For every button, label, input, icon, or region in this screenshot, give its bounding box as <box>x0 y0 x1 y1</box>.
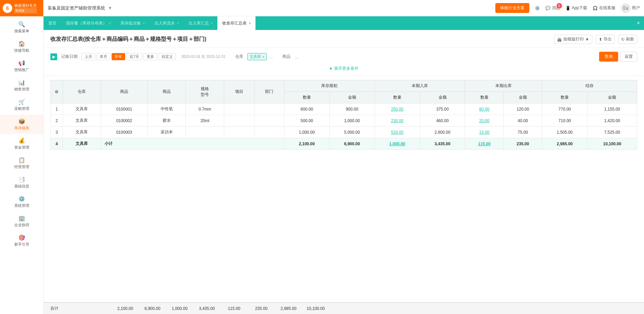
row-open-amt: 900.00 <box>329 103 375 115</box>
warehouse-tag: 文具库 × <box>247 53 267 60</box>
row-project <box>224 127 254 138</box>
table-container: ⚙ 仓库 商品 商品 规格型号 项目 部门 库存期初 本期入库 本期出库 结存 <box>44 76 644 302</box>
warehouse-more[interactable]: ... <box>269 54 273 59</box>
tab-label-inout_flow: 出入库流水 <box>154 20 175 26</box>
row-in-qty[interactable]: 230.00 <box>375 115 420 127</box>
col-project-header: 项目 <box>224 80 254 103</box>
col-in-qty-header: 数量 <box>375 92 420 103</box>
tab-label-recv_send: 收发存汇总表 <box>222 20 247 26</box>
total-label: 合计 <box>50 305 112 311</box>
col-out-qty-header: 数量 <box>465 92 503 103</box>
system-title-text: 装备及固定资产辅助管理系统 <box>48 5 105 11</box>
sub-out-qty: 115.00 <box>465 138 503 150</box>
sidebar-item-basic[interactable]: 📑基础信息 <box>0 173 43 192</box>
sidebar-label-enterprise: 企业协同 <box>14 222 29 228</box>
sidebar-item-inventory[interactable]: 📦库存核算 <box>0 115 43 134</box>
row-out-qty[interactable]: 20.00 <box>465 115 503 127</box>
tab-inventory_dist[interactable]: 现存量（库存分布表）× <box>61 16 116 30</box>
row-close-amt: 1,420.00 <box>587 115 637 127</box>
enterprise-icon: 🏢 <box>18 215 25 221</box>
date-btn-近7天[interactable]: 近7天 <box>127 53 142 60</box>
sidebar-label-marketing: 营销推广 <box>14 67 29 72</box>
date-btn-本年[interactable]: 本年 <box>112 53 125 60</box>
date-btn-自定义[interactable]: 自定义 <box>159 53 176 60</box>
user-item[interactable]: Ea 用户 <box>621 3 640 13</box>
tab-inout_summary[interactable]: 出入库汇总× <box>184 16 218 30</box>
col-settings-header[interactable]: ⚙ <box>51 80 63 103</box>
date-btn-更多[interactable]: 更多 <box>144 53 157 60</box>
print-icon: 🖨️ <box>557 37 562 42</box>
purchase-icon: 🛒 <box>18 99 25 105</box>
date-btn-本月[interactable]: 本月 <box>97 53 110 60</box>
query-button[interactable]: 查询 <box>599 52 618 62</box>
col-goodsspec-header: 规格型号 <box>186 80 224 103</box>
logo-text: 畅捷通好生意 标准版 <box>14 3 37 13</box>
app-download-item[interactable]: 📱 App下载 <box>565 5 587 11</box>
col-open-qty-header: 数量 <box>284 92 329 103</box>
sidebar-item-search[interactable]: 🔍搜索菜单 <box>0 18 43 37</box>
tab-close-inout_flow[interactable]: × <box>177 21 179 25</box>
row-in-amt: 2,600.00 <box>420 127 465 138</box>
sidebar-item-sales[interactable]: 📊销售管理 <box>0 76 43 95</box>
page-content: 收发存汇总表(按仓库＋商品编码＋商品＋规格型号＋项目＋部门) 🖨️ 按模版打印 … <box>44 30 644 302</box>
row-in-amt: 460.00 <box>420 115 465 127</box>
message-icon-item[interactable]: 💬 消息 6 <box>545 5 560 11</box>
sidebar-item-marketing[interactable]: 📢营销推广 <box>0 56 43 76</box>
export-button[interactable]: ⬆ 导出 <box>596 35 615 44</box>
goods-more[interactable]: ... <box>295 54 298 59</box>
date-range-text: 2023-01-01 至 2023-12-31 <box>181 54 226 59</box>
row-open-qty: 1,000.00 <box>284 127 329 138</box>
row-in-qty[interactable]: 250.00 <box>375 103 420 115</box>
sidebar-label-search: 搜索菜单 <box>14 29 29 34</box>
col-warehouse-header: 仓库 <box>63 80 101 103</box>
expand-more-btn[interactable]: ▼ 展开更多条件 <box>329 66 359 71</box>
online-service-item[interactable]: 🎧 在线客服 <box>593 5 615 11</box>
col-out-amt-header: 金额 <box>503 92 542 103</box>
sidebar-item-system[interactable]: ⚙️系统管理 <box>0 192 43 212</box>
date-btn-上月[interactable]: 上月 <box>82 53 95 60</box>
warehouse-tag-close[interactable]: × <box>262 55 264 59</box>
tab-batch_account[interactable]: 库存批次账× <box>116 16 150 30</box>
row-warehouse: 文具库 <box>63 115 101 127</box>
message-badge: 6 <box>557 3 562 9</box>
filter-expand-icon[interactable]: ▶ <box>50 53 57 60</box>
row-out-qty[interactable]: 15.00 <box>465 127 503 138</box>
tab-recv_send[interactable]: 收发存汇总表× <box>217 16 255 30</box>
close-all-tabs[interactable]: × <box>635 19 641 28</box>
tab-home[interactable]: 首页 <box>44 16 61 30</box>
filter-settings-button[interactable]: 设置 <box>620 52 637 62</box>
page-header-actions: 🖨️ 按模版打印 ▼ ⬆ 导出 ↻ 刷新 <box>554 35 637 44</box>
total-values: 2,100.00 6,900.00 1,000.00 3,435.00 115.… <box>112 306 329 311</box>
row-in-qty[interactable]: 520.00 <box>375 127 420 138</box>
sidebar-item-operation[interactable]: 📋经营管理 <box>0 153 43 173</box>
tab-close-inout_summary[interactable]: × <box>211 21 213 25</box>
tab-close-recv_send[interactable]: × <box>249 21 251 25</box>
row-spec: 20ml <box>186 115 224 127</box>
row-no: 2 <box>51 115 63 127</box>
row-project <box>224 103 254 115</box>
row-in-amt: 375.00 <box>420 103 465 115</box>
trial-button[interactable]: 体验行业方案 <box>495 3 529 13</box>
sidebar-label-sales: 销售管理 <box>14 87 29 92</box>
sidebar-item-finance[interactable]: 💰资金管理 <box>0 134 43 153</box>
row-project <box>224 115 254 127</box>
sidebar-item-quick_nav[interactable]: 🏠快捷导航 <box>0 37 43 56</box>
tab-inout_flow[interactable]: 出入库流水× <box>150 16 184 30</box>
sidebar-item-guide[interactable]: 🎯新手引导 <box>0 231 43 250</box>
settings-icon-item[interactable]: ⚙️ <box>535 6 540 11</box>
row-close-qty: 710.00 <box>542 115 587 127</box>
row-out-qty[interactable]: 80.00 <box>465 103 503 115</box>
col-goodsname-header: 商品 <box>148 80 186 103</box>
refresh-button[interactable]: ↻ 刷新 <box>618 35 637 44</box>
sidebar-logo: 6 畅捷通好生意 标准版 <box>0 0 43 16</box>
sidebar-item-enterprise[interactable]: 🏢企业协同 <box>0 212 43 231</box>
sidebar-item-purchase[interactable]: 🛒采购管理 <box>0 95 43 115</box>
tab-label-batch_account: 库存批次账 <box>120 20 141 26</box>
print-button[interactable]: 🖨️ 按模版打印 ▼ <box>554 35 592 44</box>
total-out-qty: 115.00 <box>220 306 248 311</box>
sidebar-label-basic: 基础信息 <box>14 184 29 189</box>
table-row: 3 文具库 0100003 采访本 1,000.00 5,000.00 520.… <box>51 127 637 138</box>
tab-close-batch_account[interactable]: × <box>143 21 145 25</box>
tab-close-inventory_dist[interactable]: × <box>109 21 111 25</box>
system-title-arrow: ▼ <box>108 5 112 11</box>
